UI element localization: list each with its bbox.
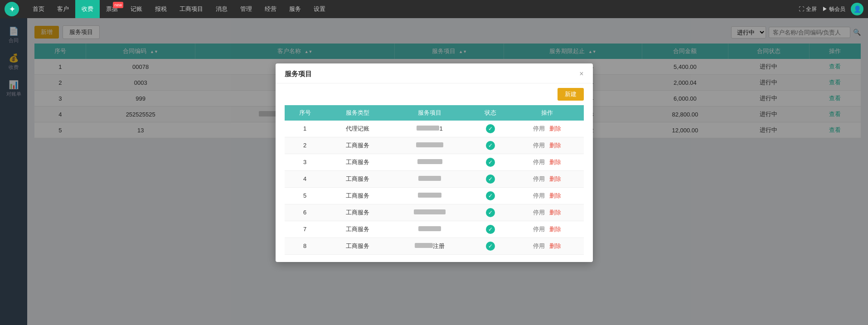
list-item: 5 工商服务 ✓ 停用 删除 xyxy=(285,187,584,204)
list-item: 2 工商服务 ✓ 停用 删除 xyxy=(285,137,584,154)
nav-right: ⛶ 全屏 ▶ 畅会员 👤 xyxy=(799,3,863,15)
status-icon: ✓ xyxy=(486,191,495,200)
list-item: 4 工商服务 ✓ 停用 删除 xyxy=(285,170,584,187)
top-nav: ✦ 首页 客户 收费 票据 new 记账 报税 工商项目 消息 管理 经营 服务… xyxy=(0,0,868,18)
stop-button[interactable]: 停用 xyxy=(533,125,545,132)
stop-button[interactable]: 停用 xyxy=(533,243,545,249)
nav-tax[interactable]: 报税 xyxy=(149,0,173,18)
delete-button[interactable]: 删除 xyxy=(549,243,561,249)
nav-operate[interactable]: 经营 xyxy=(258,0,283,18)
modal-header: 服务项目 × xyxy=(276,63,593,83)
delete-button[interactable]: 删除 xyxy=(549,142,561,149)
service-items-table: 序号 服务类型 服务项目 状态 操作 1 代理记账 1 ✓ 停用 删除 xyxy=(285,105,584,255)
nav-message[interactable]: 消息 xyxy=(209,0,234,18)
nav-service[interactable]: 服务 xyxy=(283,0,307,18)
modal-col-action: 操作 xyxy=(511,105,584,121)
list-item: 8 工商服务 注册 ✓ 停用 删除 xyxy=(285,238,584,254)
nav-bookkeep[interactable]: 记账 xyxy=(124,0,149,18)
list-item: 3 工商服务 ✓ 停用 删除 xyxy=(285,154,584,170)
nav-items: 首页 客户 收费 票据 new 记账 报税 工商项目 消息 管理 经营 服务 设… xyxy=(26,0,799,18)
stop-button[interactable]: 停用 xyxy=(533,192,545,199)
modal-close-button[interactable]: × xyxy=(579,70,583,78)
vip-btn[interactable]: ▶ 畅会员 xyxy=(822,5,845,13)
nav-business[interactable]: 工商项目 xyxy=(173,0,209,18)
status-icon: ✓ xyxy=(486,208,495,217)
delete-button[interactable]: 删除 xyxy=(549,159,561,165)
delete-button[interactable]: 删除 xyxy=(549,125,561,132)
stop-button[interactable]: 停用 xyxy=(533,209,545,216)
modal-col-type: 服务类型 xyxy=(325,105,390,121)
delete-button[interactable]: 删除 xyxy=(549,226,561,233)
stop-button[interactable]: 停用 xyxy=(533,159,545,165)
status-icon: ✓ xyxy=(486,141,495,150)
modal-new-button[interactable]: 新建 xyxy=(558,88,584,101)
nav-customer[interactable]: 客户 xyxy=(51,0,75,18)
status-icon: ✓ xyxy=(486,242,495,251)
status-icon: ✓ xyxy=(486,225,495,234)
list-item: 7 工商服务 ✓ 停用 删除 xyxy=(285,221,584,238)
new-badge: new xyxy=(113,2,123,8)
nav-manage[interactable]: 管理 xyxy=(234,0,258,18)
stop-button[interactable]: 停用 xyxy=(533,226,545,233)
modal-body: 序号 服务类型 服务项目 状态 操作 1 代理记账 1 ✓ 停用 删除 xyxy=(276,105,593,262)
nav-settings[interactable]: 设置 xyxy=(307,0,332,18)
modal-col-seq: 序号 xyxy=(285,105,325,121)
fullscreen-btn[interactable]: ⛶ 全屏 xyxy=(799,5,816,13)
delete-button[interactable]: 删除 xyxy=(549,192,561,199)
stop-button[interactable]: 停用 xyxy=(533,142,545,149)
nav-fee[interactable]: 收费 xyxy=(75,0,100,18)
modal-col-item: 服务项目 xyxy=(390,105,470,121)
stop-button[interactable]: 停用 xyxy=(533,175,545,182)
delete-button[interactable]: 删除 xyxy=(549,209,561,216)
modal-toolbar: 新建 xyxy=(276,83,593,105)
nav-invoice[interactable]: 票据 new xyxy=(100,0,124,18)
service-items-modal: 服务项目 × 新建 序号 服务类型 服务项目 状态 操作 1 代理记账 1 xyxy=(276,63,593,262)
app-logo[interactable]: ✦ xyxy=(5,2,19,16)
nav-home[interactable]: 首页 xyxy=(26,0,51,18)
avatar[interactable]: 👤 xyxy=(851,3,863,15)
status-icon: ✓ xyxy=(486,158,495,167)
status-icon: ✓ xyxy=(486,124,495,133)
status-icon: ✓ xyxy=(486,175,495,184)
modal-title: 服务项目 xyxy=(285,70,312,78)
delete-button[interactable]: 删除 xyxy=(549,175,561,182)
list-item: 1 代理记账 1 ✓ 停用 删除 xyxy=(285,121,584,137)
list-item: 6 工商服务 ✓ 停用 删除 xyxy=(285,204,584,221)
modal-col-status: 状态 xyxy=(470,105,511,121)
